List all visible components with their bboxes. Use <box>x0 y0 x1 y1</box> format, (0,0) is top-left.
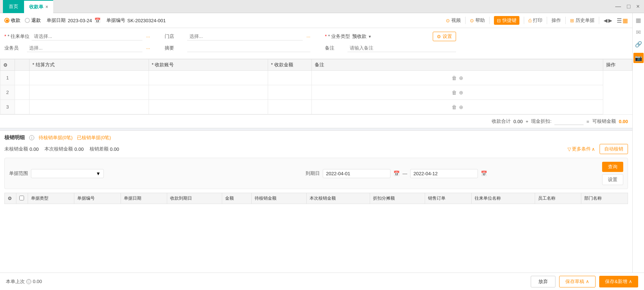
row-3-account[interactable] <box>30 100 149 114</box>
business-type-value: 预收款 <box>352 33 366 40</box>
remark-input[interactable] <box>347 44 456 52</box>
discard-button[interactable]: 放弃 <box>531 276 555 287</box>
shop-more[interactable]: ··· <box>306 34 310 39</box>
select-all-checkbox[interactable] <box>19 196 24 200</box>
bottom-check-header[interactable] <box>16 193 28 204</box>
writeoff-info-icon[interactable]: i <box>29 135 34 140</box>
discount-header: 折扣分摊额 <box>370 193 425 204</box>
video-btn[interactable]: ⊙ 视频 <box>446 17 461 24</box>
query-button[interactable]: 查询 <box>602 162 623 172</box>
range-select[interactable]: ▼ <box>31 169 104 178</box>
row-1-delete-icon[interactable]: 🗑 <box>452 75 457 81</box>
receipt-radio[interactable]: 收款 <box>4 17 20 24</box>
side-camera-icon[interactable]: 📷 <box>633 53 644 63</box>
side-table-icon[interactable]: ▦ <box>636 17 641 24</box>
date-from-calendar-icon[interactable]: 📅 <box>393 171 400 176</box>
number-value: SK-20230324-001 <box>127 18 166 23</box>
staff-input[interactable] <box>27 44 142 52</box>
row-2-delete-icon[interactable]: 🗑 <box>452 90 457 95</box>
print-label: 打印 <box>533 17 542 24</box>
business-type-label: * 业务类型 <box>325 33 350 40</box>
tab-bar: 首页 收款单 × — □ × <box>0 0 644 13</box>
save-new-button[interactable]: 保存&新增 ∧ <box>599 276 638 287</box>
row-2-amount[interactable] <box>149 85 268 100</box>
search-settings-button[interactable]: 设置 <box>602 174 623 185</box>
business-type-field: * 业务类型 预收款 ▼ ⚙ 设置 <box>325 32 456 41</box>
main-area: 收款 退款 单据日期 2023-03-24 📅 单据编号 SK-20230324… <box>0 13 644 290</box>
refund-radio[interactable]: 退款 <box>25 17 41 24</box>
row-1-remark[interactable] <box>268 71 312 85</box>
row-1-amount[interactable] <box>149 71 268 85</box>
help-btn[interactable]: ⊙ 帮助 <box>470 17 485 24</box>
help-label: 帮助 <box>475 17 485 24</box>
row-2-settlement[interactable] <box>15 85 30 100</box>
row-3-amount[interactable] <box>149 100 268 114</box>
maximize-btn[interactable]: □ <box>625 3 632 10</box>
tab-close-icon[interactable]: × <box>46 4 48 9</box>
settings-btn-label: 设置 <box>443 33 452 40</box>
shop-field: 门店 ··· <box>165 32 310 40</box>
minimize-btn[interactable]: — <box>614 3 623 10</box>
save-arrow-icon: ∧ <box>629 279 632 284</box>
more-conditions-link[interactable]: ▽ 更多条件 ∧ <box>568 146 595 152</box>
table-gear-header[interactable]: ⚙ <box>0 59 15 71</box>
row-2-copy-icon[interactable]: ⊕ <box>459 90 463 95</box>
number-header: 单据编号 <box>74 193 121 204</box>
staff-field: 业务员 ··· <box>4 44 150 52</box>
divider-6 <box>599 17 599 24</box>
completed-tab-link[interactable]: 已核销单据(0笔) <box>77 134 111 141</box>
side-mail-icon[interactable]: ✉ <box>636 29 641 36</box>
date-to-calendar-icon[interactable]: 📅 <box>481 171 487 176</box>
date-from-input[interactable] <box>323 169 390 178</box>
nav-arrows: ◀ ▶ <box>604 17 612 23</box>
row-2-remark[interactable] <box>268 85 312 100</box>
draft-arrow-icon: ∧ <box>586 279 589 284</box>
shortcut-btn[interactable]: ⊟ 快捷键 <box>494 16 519 25</box>
row-2-actions: 🗑 ⊕ <box>312 85 603 100</box>
settings-button[interactable]: ⚙ 设置 <box>433 32 456 41</box>
save-draft-button[interactable]: 保存草稿 ∧ <box>559 276 596 287</box>
list-view-icon[interactable]: ☰ <box>617 17 622 24</box>
remark-label: 备注 <box>325 45 345 51</box>
summary-input[interactable] <box>187 44 310 52</box>
print-btn[interactable]: ⎙ 打印 <box>529 17 542 24</box>
row-3-num: 3 <box>0 100 15 114</box>
auto-writeoff-button[interactable]: 自动核销 <box>600 144 628 154</box>
row-3-copy-icon[interactable]: ⊕ <box>459 104 463 110</box>
bottom-gear-header[interactable]: ⚙ <box>5 193 16 204</box>
row-3-settlement[interactable] <box>15 100 30 114</box>
footer-info: 本单上次 ⓘ 0.00 <box>6 278 42 285</box>
uncancelled-value: 0.00 <box>30 146 39 152</box>
grid-view-icon[interactable]: ▦ <box>623 17 628 24</box>
next-arrow[interactable]: ▶ <box>608 17 612 23</box>
row-1-account[interactable] <box>30 71 149 85</box>
row-1-copy-icon[interactable]: ⊕ <box>459 75 463 81</box>
staff-more[interactable]: ··· <box>146 46 150 51</box>
from-unit-more[interactable]: ··· <box>146 34 150 39</box>
tab-home[interactable]: 首页 <box>3 0 24 13</box>
date-to-input[interactable] <box>410 169 478 178</box>
close-btn[interactable]: × <box>635 3 641 10</box>
calendar-icon[interactable]: 📅 <box>94 17 101 23</box>
row-3-delete-icon[interactable]: 🗑 <box>452 104 457 110</box>
row-3-remark[interactable] <box>268 100 312 114</box>
history-btn[interactable]: ⊞ 历史单据 <box>570 17 594 24</box>
summary-row: 收款合计 0.00 + 现金折扣: = 可核销金额 0.00 <box>0 114 632 128</box>
operation-btn[interactable]: 操作 <box>551 17 561 24</box>
refund-label: 退款 <box>31 17 41 24</box>
table-row: 2 🗑 ⊕ <box>0 85 632 100</box>
tab-receipt[interactable]: 收款单 × <box>24 0 53 13</box>
history-icon: ⊞ <box>570 18 574 23</box>
prev-arrow[interactable]: ◀ <box>604 17 608 23</box>
pending-tab-link[interactable]: 待核销单据(0笔) <box>39 134 72 141</box>
range-label: 单据范围 <box>9 170 28 177</box>
from-unit-input[interactable] <box>32 32 142 40</box>
side-link-icon[interactable]: 🔗 <box>635 41 642 48</box>
row-1-settlement[interactable] <box>15 71 30 85</box>
order-info-icon[interactable]: ⓘ <box>26 279 31 284</box>
discount-input[interactable] <box>554 118 584 125</box>
business-type-select[interactable]: 预收款 ▼ <box>352 33 372 40</box>
footer-spacer <box>0 208 632 230</box>
row-2-account[interactable] <box>30 85 149 100</box>
shop-input[interactable] <box>187 32 303 40</box>
